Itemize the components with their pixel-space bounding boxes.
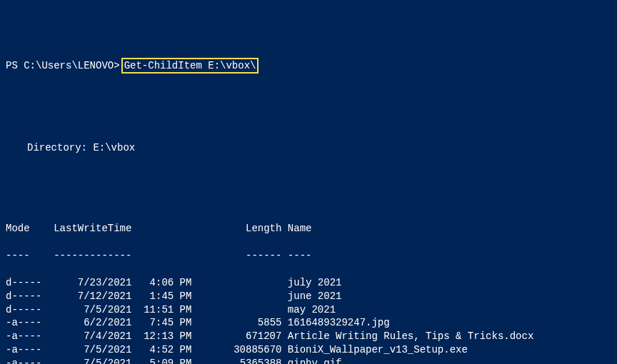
- sep-name: ----: [288, 249, 312, 263]
- cell-mode: d-----: [6, 290, 41, 303]
- cell-date: 7/12/2021: [41, 290, 131, 303]
- cell-date: 6/2/2021: [41, 316, 131, 330]
- table-row: -a----7/5/20215:09 PM5365388giphy.gif: [6, 357, 611, 364]
- cell-time: 7:45 PM: [131, 316, 191, 330]
- header-length: Length: [191, 222, 281, 236]
- header-name: Name: [288, 222, 312, 236]
- cell-length: 671207: [191, 330, 281, 343]
- blank-line: [6, 168, 611, 182]
- column-separators: ---------------------------: [6, 249, 611, 263]
- cell-time: 5:09 PM: [131, 357, 191, 364]
- cell-length: 30885670: [191, 343, 281, 357]
- cell-name: july 2021: [288, 276, 342, 290]
- cell-date: 7/5/2021: [41, 357, 131, 364]
- header-lastwrite-spacer: [131, 222, 191, 236]
- cell-length: [191, 276, 281, 290]
- cell-mode: -a----: [6, 343, 41, 357]
- directory-label: Directory: E:\vbox: [27, 142, 135, 153]
- cell-time: 11:51 PM: [131, 303, 191, 317]
- cell-time: 4:06 PM: [131, 276, 191, 290]
- sep-lastwrite-spacer: [131, 249, 191, 263]
- table-row: d-----7/5/202111:51 PMmay 2021: [6, 303, 611, 317]
- cell-length: 5855: [191, 316, 281, 330]
- table-row: -a----7/4/202112:13 PM671207Article Writ…: [6, 330, 611, 343]
- sep-lastwrite: -------------: [41, 249, 131, 263]
- cell-date: 7/5/2021: [41, 303, 131, 317]
- cell-time: 1:45 PM: [131, 290, 191, 303]
- table-row: d-----7/23/20214:06 PMjuly 2021: [6, 276, 611, 290]
- cell-time: 4:52 PM: [131, 343, 191, 357]
- cell-length: [191, 290, 281, 303]
- cell-date: 7/4/2021: [41, 330, 131, 343]
- blank-line: [6, 195, 611, 208]
- sep-mode: ----: [6, 249, 41, 263]
- file-listing: d-----7/23/20214:06 PMjuly 2021d-----7/1…: [6, 276, 611, 364]
- cell-mode: d-----: [6, 303, 41, 317]
- prompt-prefix-1: PS C:\Users\LENOVO>: [6, 59, 120, 73]
- table-row: -a----7/5/20214:52 PM30885670BioniX_Wall…: [6, 343, 611, 357]
- cell-name: Article Writing Rules, Tips & Tricks.doc…: [288, 330, 533, 343]
- cell-name: BioniX_Wallpaper_v13_Setup.exe: [288, 343, 468, 357]
- blank-line: [6, 114, 611, 128]
- cell-length: [191, 303, 281, 317]
- cell-date: 7/23/2021: [41, 276, 131, 290]
- table-row: d-----7/12/20211:45 PMjune 2021: [6, 290, 611, 303]
- cell-mode: -a----: [6, 316, 41, 330]
- prompt-line-1: PS C:\Users\LENOVO> Get-ChildItem E:\vbo…: [6, 58, 611, 74]
- directory-header: Directory: E:\vbox: [6, 141, 611, 155]
- cell-date: 7/5/2021: [41, 343, 131, 357]
- cell-length: 5365388: [191, 357, 281, 364]
- header-mode: Mode: [6, 222, 41, 236]
- header-lastwrite: LastWriteTime: [41, 222, 131, 236]
- cell-name: june 2021: [288, 290, 342, 303]
- table-row: -a----6/2/20217:45 PM58551616489329247.j…: [6, 316, 611, 330]
- cell-mode: -a----: [6, 330, 41, 343]
- cell-mode: d-----: [6, 276, 41, 290]
- cell-name: 1616489329247.jpg: [288, 316, 390, 330]
- highlighted-command: Get-ChildItem E:\vbox\: [121, 58, 259, 74]
- sep-length: ------: [191, 249, 281, 263]
- column-headers: ModeLastWriteTimeLengthName: [6, 222, 611, 236]
- cell-mode: -a----: [6, 357, 41, 364]
- cell-time: 12:13 PM: [131, 330, 191, 343]
- cell-name: may 2021: [288, 303, 336, 317]
- cell-name: giphy.gif: [288, 357, 342, 364]
- blank-line: [6, 87, 611, 101]
